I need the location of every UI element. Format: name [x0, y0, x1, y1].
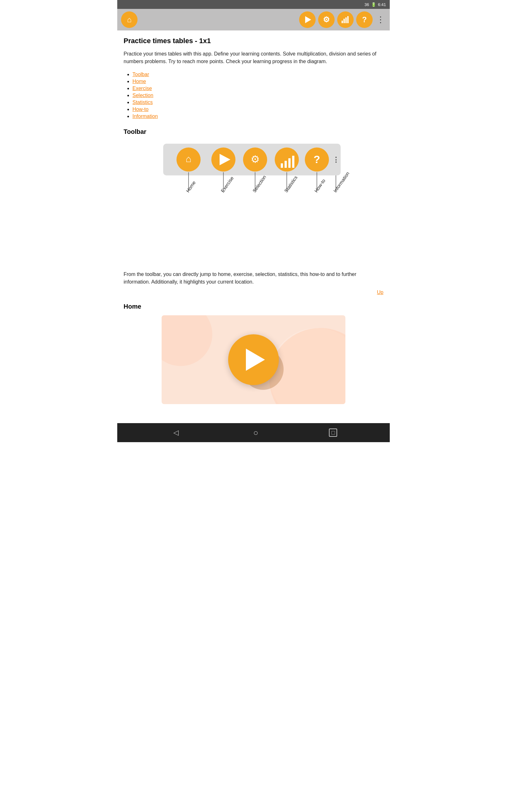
list-item-information: Information	[132, 113, 383, 119]
toolbar-diagram-section: ⌂ ⚙ ? ⋮	[124, 141, 383, 261]
settings-button[interactable]: ⚙	[318, 11, 335, 28]
svg-rect-15	[292, 156, 294, 168]
up-link-container: Up	[124, 290, 383, 295]
list-item-selection: Selection	[132, 93, 383, 98]
app-toolbar: ⌂ ⚙ ? ⋮	[117, 9, 390, 31]
svg-text:Statistics: Statistics	[283, 175, 298, 194]
up-link[interactable]: Up	[377, 290, 383, 295]
svg-rect-3	[347, 16, 349, 23]
svg-text:?: ?	[314, 153, 320, 165]
toolbar-link[interactable]: Toolbar	[132, 72, 149, 77]
home-play-button[interactable]	[228, 334, 279, 385]
main-content: Practice times tables - 1x1 Practice you…	[117, 31, 390, 423]
svg-text:Exercise: Exercise	[220, 175, 235, 194]
svg-text:⋮: ⋮	[332, 156, 339, 164]
information-link[interactable]: Information	[132, 113, 158, 119]
svg-text:How-to: How-to	[314, 178, 326, 194]
home-section-title: Home	[124, 303, 383, 310]
recent-apps-button[interactable]: □	[329, 428, 337, 437]
navigation-list: Toolbar Home Exercise Selection Statisti…	[124, 72, 383, 119]
toolbar-description: From the toolbar, you can directly jump …	[124, 270, 383, 286]
svg-rect-0	[342, 20, 343, 23]
more-options-button[interactable]: ⋮	[375, 14, 386, 26]
svg-rect-14	[288, 158, 291, 168]
list-item-home: Home	[132, 79, 383, 84]
home-link[interactable]: Home	[132, 79, 146, 84]
svg-text:Selection: Selection	[251, 174, 267, 193]
time-display: 6:41	[378, 2, 386, 7]
home-nav-button[interactable]: ○	[249, 426, 262, 439]
home-image-container	[124, 315, 383, 404]
toolbar-section-title: Toolbar	[124, 128, 383, 136]
battery-icon: 🔋	[371, 2, 376, 7]
exercise-link[interactable]: Exercise	[132, 86, 152, 91]
svg-text:Home: Home	[185, 180, 197, 194]
bottom-navigation: ◁ ○ □	[117, 423, 390, 442]
back-button[interactable]: ◁	[170, 426, 182, 439]
list-item-exercise: Exercise	[132, 86, 383, 91]
svg-rect-12	[281, 163, 283, 168]
status-bar: 36 🔋 6:41	[117, 0, 390, 9]
svg-rect-13	[285, 161, 287, 168]
home-screenshot	[162, 315, 345, 404]
toolbar-diagram-svg: ⌂ ⚙ ? ⋮	[160, 141, 347, 261]
svg-rect-2	[345, 17, 347, 23]
stats-button[interactable]	[337, 11, 354, 28]
list-item-toolbar: Toolbar	[132, 72, 383, 78]
statistics-link[interactable]: Statistics	[132, 100, 153, 105]
help-button[interactable]: ?	[356, 11, 373, 28]
howto-link[interactable]: How-to	[132, 107, 149, 112]
page-title: Practice times tables - 1x1	[124, 37, 383, 45]
svg-text:⚙: ⚙	[250, 154, 260, 165]
signal-indicator: 36	[364, 2, 369, 7]
play-button[interactable]	[299, 11, 316, 28]
toolbar-right: ⚙ ? ⋮	[299, 11, 386, 28]
svg-point-11	[275, 148, 299, 171]
toolbar-left: ⌂	[121, 11, 137, 28]
svg-text:⌂: ⌂	[186, 154, 191, 164]
selection-link[interactable]: Selection	[132, 93, 153, 98]
home-section: Home	[124, 303, 383, 404]
intro-paragraph: Practice your times tables with this app…	[124, 50, 383, 65]
svg-rect-1	[343, 19, 345, 23]
list-item-howto: How-to	[132, 107, 383, 112]
list-item-statistics: Statistics	[132, 100, 383, 105]
home-button[interactable]: ⌂	[121, 11, 137, 28]
